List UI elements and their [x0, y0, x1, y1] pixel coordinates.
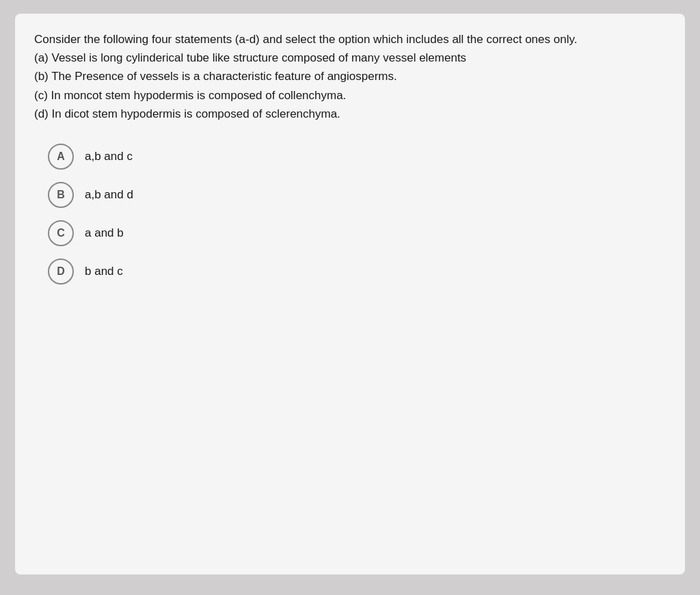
option-d-circle: D: [48, 259, 74, 285]
option-c-circle: C: [48, 220, 74, 246]
option-a[interactable]: A a,b and c: [48, 144, 666, 170]
option-b-circle: B: [48, 182, 74, 208]
question-card: Consider the following four statements (…: [15, 14, 685, 574]
statement-a: (a) Vessel is long cylinderical tube lik…: [34, 51, 466, 64]
statement-b: (b) The Presence of vessels is a charact…: [34, 70, 397, 83]
option-c[interactable]: C a and b: [48, 220, 666, 246]
option-a-circle: A: [48, 144, 74, 170]
option-c-label: a and b: [85, 226, 124, 240]
question-intro: Consider the following four statements (…: [34, 33, 577, 46]
question-text: Consider the following four statements (…: [34, 30, 666, 123]
option-b-label: a,b and d: [85, 188, 133, 202]
option-b[interactable]: B a,b and d: [48, 182, 666, 208]
options-list: A a,b and c B a,b and d C a and b D b an…: [34, 144, 666, 285]
option-a-label: a,b and c: [85, 150, 133, 163]
statement-c: (c) In moncot stem hypodermis is compose…: [34, 89, 346, 102]
statement-d: (d) In dicot stem hypodermis is composed…: [34, 107, 340, 120]
option-d[interactable]: D b and c: [48, 259, 666, 285]
option-d-label: b and c: [85, 265, 123, 278]
